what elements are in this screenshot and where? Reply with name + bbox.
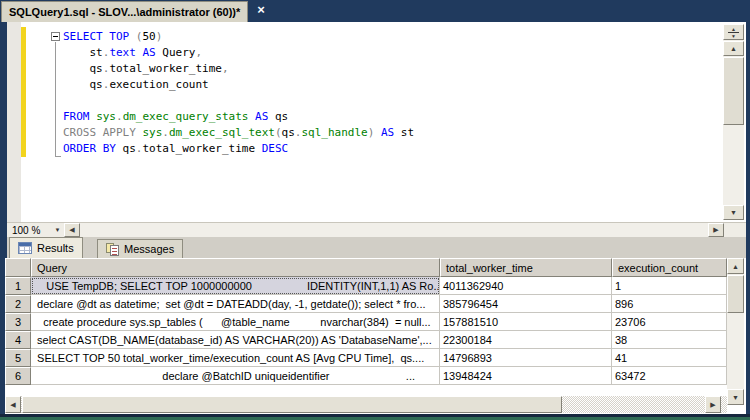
results-grid-icon <box>18 242 32 254</box>
zoom-level-select[interactable]: 100 % <box>7 223 51 237</box>
row-number-cell[interactable]: 3 <box>5 313 31 331</box>
total-worker-time-cell[interactable]: 385796454 <box>440 295 612 313</box>
messages-icon <box>106 243 119 256</box>
grid-scroll-up-icon[interactable]: ▲ <box>727 258 744 274</box>
results-grid: Query total_worker_time execution_count … <box>5 258 746 414</box>
table-row: 1 USE TempDB; SELECT TOP 1000000000 IDEN… <box>5 277 746 295</box>
code-line: SELECT TOP (50) <box>63 29 414 45</box>
editor-hscroll-track[interactable] <box>80 223 708 237</box>
row-number-header[interactable] <box>5 258 31 277</box>
code-line: FROM sys.dm_exec_query_stats AS qs <box>63 109 414 125</box>
scrollbar-corner <box>724 223 746 237</box>
grid-scroll-down-icon[interactable]: ▼ <box>727 389 744 405</box>
query-cell[interactable]: select CAST(DB_NAME(database_id) AS VARC… <box>31 331 440 349</box>
code-line: qs.execution_count <box>63 77 414 93</box>
tab-messages-label: Messages <box>124 243 174 255</box>
query-cell[interactable]: declare @BatchID uniqueidentifier ... <box>31 367 440 385</box>
column-header-execution-count[interactable]: execution_count <box>612 258 727 277</box>
code-line: ORDER BY qs.total_worker_time DESC <box>63 141 414 157</box>
tab-messages[interactable]: Messages <box>97 239 183 258</box>
grid-header-row: Query total_worker_time execution_count <box>5 258 746 277</box>
row-number-cell[interactable]: 2 <box>5 295 31 313</box>
table-row: 4 select CAST(DB_NAME(database_id) AS VA… <box>5 331 746 349</box>
results-tab-strip: Results Messages <box>7 237 746 258</box>
tab-results-label: Results <box>37 242 74 254</box>
execution-count-cell[interactable]: 896 <box>612 295 727 313</box>
row-number-cell[interactable]: 6 <box>5 367 31 385</box>
table-row: 2 declare @dt as datetime; set @dt = DAT… <box>5 295 746 313</box>
code-line: st.text AS Query, <box>63 45 414 61</box>
query-cell[interactable]: SELECT TOP 50 total_worker_time/executio… <box>31 349 440 367</box>
query-cell[interactable]: USE TempDB; SELECT TOP 1000000000 IDENTI… <box>31 277 440 295</box>
scroll-left-icon[interactable]: ◀ <box>64 223 80 237</box>
grid-body: 1 USE TempDB; SELECT TOP 1000000000 IDEN… <box>5 277 746 385</box>
total-worker-time-cell[interactable]: 4011362940 <box>440 277 612 295</box>
grid-scroll-right-icon[interactable]: ▶ <box>705 396 721 413</box>
table-row: 6 declare @BatchID uniqueidentifier ...1… <box>5 367 746 385</box>
sql-editor[interactable]: SELECT TOP (50) st.text AS Query, qs.tot… <box>7 22 746 237</box>
document-tab[interactable]: SQLQuery1.sql - SLOV...\administrator (6… <box>1 1 248 22</box>
total-worker-time-cell[interactable]: 22300184 <box>440 331 612 349</box>
execution-count-cell[interactable]: 1 <box>612 277 727 295</box>
app-window: SQLQuery1.sql - SLOV...\administrator (6… <box>0 0 750 420</box>
total-worker-time-cell[interactable]: 14796893 <box>440 349 612 367</box>
total-worker-time-cell[interactable]: 157881510 <box>440 313 612 331</box>
grid-vscroll-thumb[interactable] <box>727 275 744 313</box>
editor-bottom-bar: 100 % ▼ ◀ ▶ <box>7 222 746 237</box>
execution-count-cell[interactable]: 63472 <box>612 367 727 385</box>
scroll-down-icon[interactable]: ▼ <box>723 205 744 220</box>
code-line <box>63 93 414 109</box>
zoom-level-value: 100 % <box>12 225 40 236</box>
scroll-up-icon[interactable]: ▲ <box>723 41 744 56</box>
row-number-cell[interactable]: 4 <box>5 331 31 349</box>
editor-vscroll-thumb[interactable] <box>723 57 744 125</box>
splitter-handle-icon[interactable]: ▲▼ <box>723 24 744 40</box>
zoom-dropdown-icon[interactable]: ▼ <box>51 223 64 237</box>
column-header-total-worker-time[interactable]: total_worker_time <box>440 258 612 277</box>
column-header-query[interactable]: Query <box>31 258 440 277</box>
close-icon[interactable]: × <box>253 2 269 18</box>
query-cell[interactable]: create procedure sys.sp_tables ( @table_… <box>31 313 440 331</box>
execution-count-cell[interactable]: 38 <box>612 331 727 349</box>
query-cell[interactable]: declare @dt as datetime; set @dt = DATEA… <box>31 295 440 313</box>
document-tab-bar: SQLQuery1.sql - SLOV...\administrator (6… <box>0 0 750 22</box>
code-line: qs.total_worker_time, <box>63 61 414 77</box>
code-line: CROSS APPLY sys.dm_exec_sql_text(qs.sql_… <box>63 125 414 141</box>
row-number-cell[interactable]: 1 <box>5 277 31 295</box>
execution-count-cell[interactable]: 23706 <box>612 313 727 331</box>
tab-results[interactable]: Results <box>9 237 83 258</box>
total-worker-time-cell[interactable]: 13948424 <box>440 367 612 385</box>
grid-hscroll-thumb[interactable] <box>22 396 562 413</box>
execution-count-cell[interactable]: 41 <box>612 349 727 367</box>
grid-horizontal-scrollbar[interactable]: ◀ ▶ <box>5 396 727 413</box>
outline-guide-line <box>55 42 61 157</box>
table-row: 3 create procedure sys.sp_tables ( @tabl… <box>5 313 746 331</box>
scroll-right-icon[interactable]: ▶ <box>708 223 724 237</box>
sql-code: SELECT TOP (50) st.text AS Query, qs.tot… <box>63 29 414 157</box>
editor-vertical-scrollbar[interactable]: ▲▼ ▲ ▼ <box>723 24 744 220</box>
grid-vertical-scrollbar[interactable]: ▲ ▼ <box>727 258 744 405</box>
status-bar-edge <box>0 414 750 420</box>
editor-selection-margin <box>7 22 21 222</box>
collapse-region-icon[interactable] <box>51 32 60 41</box>
grid-scroll-left-icon[interactable]: ◀ <box>5 396 21 413</box>
table-row: 5 SELECT TOP 50 total_worker_time/execut… <box>5 349 746 367</box>
document-tab-title: SQLQuery1.sql - SLOV...\administrator (6… <box>9 6 240 18</box>
code-area[interactable]: SELECT TOP (50) st.text AS Query, qs.tot… <box>26 22 723 222</box>
row-number-cell[interactable]: 5 <box>5 349 31 367</box>
